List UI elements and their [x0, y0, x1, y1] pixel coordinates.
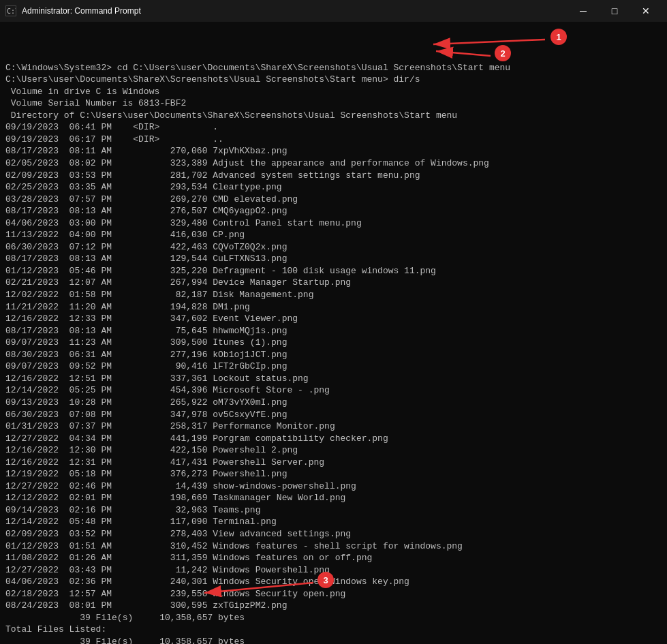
minimize-button[interactable]: ─ — [568, 0, 599, 22]
terminal-line: 09/13/2023 10:28 PM 265,922 oM73vYX0mI.p… — [5, 397, 662, 409]
terminal-line: C:\Windows\System32> cd C:\Users\user\Do… — [5, 62, 662, 74]
terminal-line: 06/30/2023 07:08 PM 347,978 ov5CsxyVfE.p… — [5, 409, 662, 421]
terminal-line: 04/06/2023 03:00 PM 329,480 Control Pane… — [5, 217, 662, 230]
terminal-line: 08/17/2023 08:11 AM 270,060 7xpVhKXbaz.p… — [5, 145, 662, 157]
terminal-content: C:\Windows\System32> cd C:\Users\user\Do… — [0, 22, 667, 644]
terminal-line: 01/31/2023 07:37 PM 258,317 Performance … — [5, 420, 662, 433]
terminal-line: 09/19/2023 06:17 PM <DIR> .. — [5, 134, 662, 146]
terminal-line: 08/17/2023 08:13 AM 129,544 CuLFTXNS13.p… — [5, 253, 662, 265]
terminal-line: Volume in drive C is Windows — [5, 86, 662, 98]
terminal-line: 02/05/2023 08:02 PM 323,389 Adjust the a… — [5, 157, 662, 170]
terminal-line: Volume Serial Number is 6813-FBF2 — [5, 97, 662, 110]
terminal-line: Directory of C:\Users\user\Documents\Sha… — [5, 110, 662, 122]
terminal-line: 09/19/2023 06:41 PM <DIR> . — [5, 121, 662, 134]
terminal-line: 12/14/2022 05:25 PM 454,396 Microsoft St… — [5, 384, 662, 397]
terminal-line: 12/27/2022 03:43 PM 11,242 Windows Power… — [5, 564, 662, 577]
terminal-line: 12/16/2022 12:30 PM 422,150 Powershell 2… — [5, 444, 662, 457]
badge-3: 3 — [317, 572, 334, 588]
terminal-line: Total Files Listed: — [5, 624, 662, 636]
window-title: Administrator: Command Prompt — [22, 6, 141, 16]
terminal-line: 09/07/2023 09:52 PM 90,416 lFT2rGbCIp.pn… — [5, 361, 662, 373]
title-bar-left: C:\ Administrator: Command Prompt — [5, 5, 141, 16]
terminal-line: 39 File(s) 10,358,657 bytes — [5, 636, 662, 644]
terminal-line: 39 File(s) 10,358,657 bytes — [5, 612, 662, 624]
terminal-line: 01/12/2023 01:51 AM 310,452 Windows feat… — [5, 540, 662, 553]
cmd-icon: C:\ — [5, 5, 16, 16]
terminal-line: 02/18/2023 12:57 AM 239,550 Windows Secu… — [5, 588, 662, 600]
terminal-line: 08/17/2023 08:13 AM 276,507 CMQ6yagpO2.p… — [5, 205, 662, 217]
terminal-line: 09/14/2023 02:16 PM 32,963 Teams.png — [5, 504, 662, 517]
terminal-line: 02/09/2023 03:52 PM 278,403 View advance… — [5, 528, 662, 540]
terminal-line: 12/19/2022 05:18 PM 376,273 Powershell.p… — [5, 468, 662, 480]
badge-2: 2 — [495, 45, 511, 61]
terminal-line: 02/21/2023 12:07 AM 267,994 Device Manag… — [5, 277, 662, 289]
terminal-line: 02/25/2023 03:35 AM 293,534 Cleartype.pn… — [5, 181, 662, 194]
terminal-line: C:\Users\user\Documents\ShareX\Screensho… — [5, 74, 662, 86]
window-controls: ─ □ ✕ — [568, 0, 662, 22]
terminal-line: 12/02/2022 01:58 PM 82,187 Disk Manageme… — [5, 289, 662, 301]
title-bar: C:\ Administrator: Command Prompt ─ □ ✕ — [0, 0, 667, 22]
terminal-line: 12/16/2022 12:33 PM 347,602 Event Viewer… — [5, 313, 662, 325]
terminal-line: 12/16/2022 12:51 PM 337,361 Lockout stat… — [5, 373, 662, 385]
terminal-line: 01/12/2023 05:46 PM 325,220 Defragment -… — [5, 265, 662, 277]
terminal-line: 08/30/2023 06:31 AM 277,196 kOb1oj1JCT.p… — [5, 349, 662, 361]
terminal-line: 02/09/2023 03:53 PM 281,702 Advanced sys… — [5, 170, 662, 182]
terminal-line: 11/08/2022 01:26 AM 311,359 Windows feat… — [5, 552, 662, 564]
terminal-line: 11/21/2022 11:20 AM 194,828 DM1.png — [5, 301, 662, 313]
terminal-line: 12/27/2022 02:46 PM 14,439 show-windows-… — [5, 480, 662, 493]
badge-1: 1 — [550, 29, 567, 45]
terminal-line: 08/24/2023 08:01 PM 300,595 zxTGipzPM2.p… — [5, 600, 662, 612]
cmd-window: C:\ Administrator: Command Prompt ─ □ ✕ … — [0, 0, 667, 644]
terminal-line: 11/13/2022 04:00 PM 416,030 CP.png — [5, 229, 662, 241]
terminal-line: 09/07/2023 11:23 AM 309,500 Itunes (1).p… — [5, 337, 662, 349]
terminal-line: 06/30/2023 07:12 PM 422,463 CQVoTZ0Q2x.p… — [5, 241, 662, 254]
terminal-line: 12/12/2022 02:01 PM 198,669 Taskmanager … — [5, 492, 662, 504]
close-button[interactable]: ✕ — [630, 0, 662, 22]
terminal-line: 12/14/2022 05:48 PM 117,090 Terminal.png — [5, 516, 662, 528]
terminal-line: 08/17/2023 08:13 AM 75,645 hhwmoMQj1s.pn… — [5, 325, 662, 337]
terminal-line: 03/28/2023 07:57 PM 269,270 CMD elevated… — [5, 194, 662, 206]
svg-text:C:\: C:\ — [7, 7, 16, 15]
terminal-line: 12/27/2022 04:34 PM 441,199 Porgram comp… — [5, 433, 662, 445]
maximize-button[interactable]: □ — [599, 0, 630, 22]
terminal-line: 12/16/2022 12:31 PM 417,431 Powershell S… — [5, 457, 662, 469]
